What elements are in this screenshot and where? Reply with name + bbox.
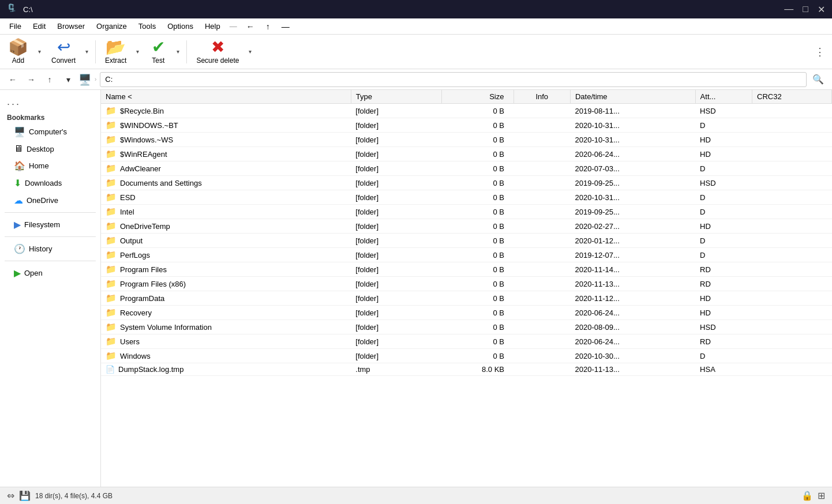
maximize-button[interactable]: □: [803, 4, 808, 15]
forward-button[interactable]: →: [23, 72, 39, 88]
cell-size: 8.0 KB: [442, 363, 514, 376]
sidebar-more-button[interactable]: ...: [0, 93, 100, 110]
sidebar-open-label: Open: [24, 269, 43, 277]
main-layout: ... Bookmarks 🖥️ Computer's 🖥 Desktop 🏠 …: [0, 90, 832, 487]
cell-attr: D: [695, 190, 752, 205]
sidebar-divider-3: [5, 261, 96, 261]
home-icon: 🏠: [14, 160, 25, 171]
extract-dropdown[interactable]: ▾: [132, 37, 143, 67]
table-row[interactable]: 📁PerfLogs [folder] 0 B 2019-12-07... D: [101, 248, 832, 262]
folder-icon: 📁: [106, 264, 117, 274]
cell-date: 2020-06-24...: [570, 306, 695, 320]
cell-type: [folder]: [351, 147, 442, 161]
cell-crc: [752, 118, 832, 133]
table-row[interactable]: 📁AdwCleaner [folder] 0 B 2020-07-03... D: [101, 161, 832, 176]
convert-dropdown[interactable]: ▾: [81, 37, 92, 67]
add-icon: 📦: [8, 39, 28, 55]
sidebar-item-downloads[interactable]: ⬇ Downloads: [2, 175, 98, 191]
table-row[interactable]: 📄DumpStack.log.tmp .tmp 8.0 KB 2020-11-1…: [101, 363, 832, 376]
dropdown-button[interactable]: ▾: [60, 72, 76, 88]
up-button[interactable]: ↑: [42, 72, 58, 88]
sidebar-item-filesystem[interactable]: ▶ Filesystem: [2, 216, 98, 233]
menu-separator: —: [227, 22, 239, 31]
folder-icon: 📁: [106, 235, 117, 246]
back-button[interactable]: ←: [5, 72, 21, 88]
col-header-type[interactable]: Type: [351, 90, 442, 104]
col-header-crc[interactable]: CRC32: [752, 90, 832, 104]
close-button[interactable]: ✕: [818, 4, 825, 15]
folder-icon: 📁: [106, 307, 117, 318]
lock-icon[interactable]: 🔒: [801, 490, 813, 501]
convert-label: Convert: [51, 57, 76, 65]
menu-edit[interactable]: Edit: [28, 20, 50, 32]
minimize-button[interactable]: —: [784, 4, 793, 15]
add-btn-group: 📦 Add ▾: [2, 37, 44, 67]
add-button[interactable]: 📦 Add: [2, 37, 34, 67]
sidebar-item-desktop[interactable]: 🖥 Desktop: [2, 141, 98, 157]
col-header-name[interactable]: Name <: [101, 90, 351, 104]
test-btn-group: ✔ Test ▾: [144, 37, 183, 67]
address-input[interactable]: [100, 72, 807, 87]
sidebar-item-history[interactable]: 🕐 History: [2, 240, 98, 257]
menu-browser[interactable]: Browser: [53, 20, 89, 32]
cell-type: [folder]: [351, 306, 442, 320]
cell-info: [514, 104, 570, 118]
menu-organize[interactable]: Organize: [92, 20, 132, 32]
sidebar-desktop-label: Desktop: [27, 145, 54, 153]
cell-type: [folder]: [351, 349, 442, 363]
sidebar-downloads-label: Downloads: [25, 179, 62, 187]
table-row[interactable]: 📁$WinREAgent [folder] 0 B 2020-06-24... …: [101, 147, 832, 161]
table-row[interactable]: 📁ProgramData [folder] 0 B 2020-11-12... …: [101, 291, 832, 306]
menu-help[interactable]: Help: [200, 20, 225, 32]
menu-minus[interactable]: —: [277, 20, 294, 33]
toolbar-more-button[interactable]: ⋮: [810, 46, 830, 58]
file-list-area[interactable]: Name < Type Size Info Date/time Att... C…: [101, 90, 832, 487]
menu-tools[interactable]: Tools: [134, 20, 160, 32]
menu-file[interactable]: File: [5, 20, 26, 32]
col-header-info[interactable]: Info: [514, 90, 570, 104]
col-header-date[interactable]: Date/time: [570, 90, 695, 104]
menu-options[interactable]: Options: [163, 20, 198, 32]
secure-delete-button[interactable]: ✖ Secure delete: [190, 37, 245, 67]
open-icon: ▶: [14, 268, 21, 279]
menu-up-arrow[interactable]: ↑: [261, 20, 275, 33]
test-button[interactable]: ✔ Test: [144, 37, 173, 67]
sidebar-item-open[interactable]: ▶ Open: [2, 265, 98, 281]
sidebar-item-computers[interactable]: 🖥️ Computer's: [2, 123, 98, 140]
cell-info: [514, 291, 570, 306]
table-row[interactable]: 📁$WINDOWS.~BT [folder] 0 B 2020-10-31...…: [101, 118, 832, 133]
table-row[interactable]: 📁Intel [folder] 0 B 2019-09-25... D: [101, 205, 832, 219]
cell-name: 📁$WINDOWS.~BT: [101, 118, 351, 133]
col-header-attr[interactable]: Att...: [695, 90, 752, 104]
table-row[interactable]: 📁Windows [folder] 0 B 2020-10-30... D: [101, 349, 832, 363]
table-row[interactable]: 📁Program Files (x86) [folder] 0 B 2020-1…: [101, 277, 832, 291]
table-row[interactable]: 📁Documents and Settings [folder] 0 B 201…: [101, 176, 832, 190]
convert-button[interactable]: ↩ Convert: [46, 37, 81, 67]
search-button[interactable]: 🔍: [809, 72, 827, 88]
extract-button[interactable]: 📂 Extract: [99, 37, 132, 67]
table-row[interactable]: 📁Recovery [folder] 0 B 2020-06-24... HD: [101, 306, 832, 320]
table-row[interactable]: 📁$Windows.~WS [folder] 0 B 2020-10-31...…: [101, 133, 832, 147]
folder-icon: 📁: [106, 192, 117, 202]
secure-delete-dropdown[interactable]: ▾: [245, 37, 255, 67]
test-dropdown[interactable]: ▾: [173, 37, 183, 67]
add-dropdown[interactable]: ▾: [34, 37, 44, 67]
table-row[interactable]: 📁OneDriveTemp [folder] 0 B 2020-02-27...…: [101, 219, 832, 234]
table-row[interactable]: 📁Users [folder] 0 B 2020-06-24... RD: [101, 334, 832, 349]
statusbar-drive-icon: 💾: [19, 490, 31, 501]
sidebar-item-onedrive[interactable]: ☁ OneDrive: [2, 192, 98, 209]
cell-info: [514, 334, 570, 349]
table-row[interactable]: 📁System Volume Information [folder] 0 B …: [101, 320, 832, 334]
view-icon[interactable]: ⊞: [818, 490, 825, 501]
menu-back-arrow[interactable]: ←: [242, 20, 259, 33]
table-row[interactable]: 📁$Recycle.Bin [folder] 0 B 2019-08-11...…: [101, 104, 832, 118]
cell-type: [folder]: [351, 320, 442, 334]
table-row[interactable]: 📁Output [folder] 0 B 2020-01-12... D: [101, 234, 832, 248]
cell-info: [514, 118, 570, 133]
cell-crc: [752, 147, 832, 161]
col-header-size[interactable]: Size: [442, 90, 514, 104]
table-row[interactable]: 📁Program Files [folder] 0 B 2020-11-14..…: [101, 262, 832, 277]
cell-info: [514, 161, 570, 176]
table-row[interactable]: 📁ESD [folder] 0 B 2020-10-31... D: [101, 190, 832, 205]
sidebar-item-home[interactable]: 🏠 Home: [2, 157, 98, 174]
